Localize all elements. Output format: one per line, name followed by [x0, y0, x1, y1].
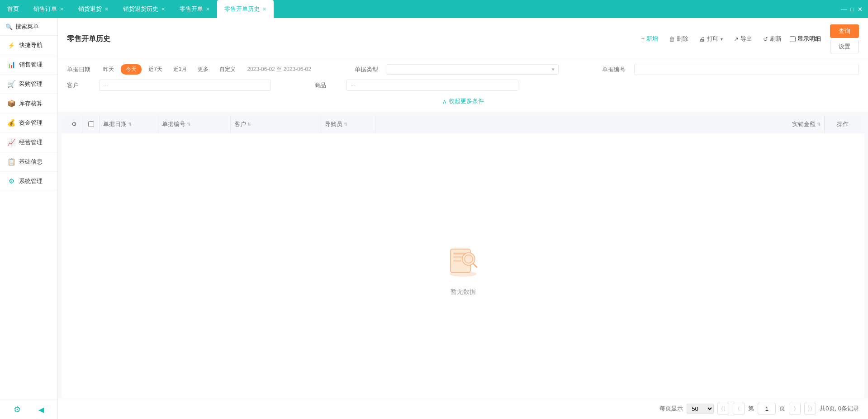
th-guide[interactable]: 导购员 ⇅ [321, 115, 375, 133]
product-select[interactable]: ··· [346, 80, 518, 91]
th-amount[interactable]: 实销金额 ⇅ [375, 115, 825, 133]
tab-close-sales-return-history[interactable]: ✕ [161, 6, 165, 12]
tab-sales-order[interactable]: 销售订单 ✕ [26, 0, 71, 18]
date-quick-buttons: 昨天 今天 近7天 近1月 更多 自定义 [99, 64, 240, 75]
tab-sales-return[interactable]: 销货退货 ✕ [71, 0, 116, 18]
sidebar-item-system[interactable]: ⚙ 系统管理 [0, 172, 57, 191]
toolbar: + 新增 🗑 删除 🖨 打印 ▾ ↗ 导出 [639, 24, 859, 53]
svg-rect-4 [453, 260, 461, 262]
sidebar-item-purchase-mgmt[interactable]: 🛒 采购管理 [0, 75, 57, 94]
tab-close-retail-open-history[interactable]: ✕ [262, 6, 266, 12]
total-info: 共0页, 0条记录 [820, 405, 859, 413]
chart-icon: 📊 [7, 61, 15, 69]
date-btn-more[interactable]: 更多 [194, 64, 213, 75]
top-tabbar: 首页 销售订单 ✕ 销货退货 ✕ 销货退货历史 ✕ 零售开单 ✕ 零售开单历史 … [0, 0, 868, 18]
minimize-btn[interactable]: — [841, 6, 847, 13]
th-settings[interactable]: ⚙ [65, 115, 83, 133]
date-btn-last1month[interactable]: 近1月 [169, 64, 191, 75]
add-button[interactable]: + 新增 [639, 33, 661, 45]
sidebar-item-inventory[interactable]: 📦 库存核算 [0, 94, 57, 113]
table-area: ⚙ 单据日期 ⇅ 单据编号 ⇅ 客户 ⇅ 导购员 [62, 115, 864, 398]
sidebar-search[interactable]: 🔍 搜索菜单 [0, 18, 57, 36]
sidebar-item-basic-info[interactable]: 📋 基础信息 [0, 152, 57, 172]
select-all-checkbox[interactable] [88, 121, 94, 127]
display-detail-checkbox[interactable] [790, 36, 796, 42]
tab-close-retail-open[interactable]: ✕ [206, 6, 210, 12]
sidebar-item-operations[interactable]: 📈 经营管理 [0, 133, 57, 152]
close-btn[interactable]: ✕ [858, 6, 863, 13]
tab-close-sales-return[interactable]: ✕ [104, 6, 109, 12]
th-ops: 操作 [825, 115, 861, 133]
page-title-row: 零售开单历史 + 新增 🗑 删除 🖨 打印 ▾ ↗ [67, 24, 859, 53]
prev-page-btn[interactable]: ⟨ [733, 403, 745, 414]
collapse-sidebar-btn[interactable]: ◀ [38, 405, 44, 414]
date-btn-yesterday[interactable]: 昨天 [99, 64, 118, 75]
sidebar-item-label-operations: 经营管理 [19, 138, 43, 146]
page-size-select[interactable]: 50 10 20 100 [687, 404, 714, 414]
sidebar-item-label-quick-nav: 快捷导航 [19, 41, 43, 49]
doc-type-label: 单据类型 [355, 66, 379, 74]
refresh-button[interactable]: ↺ 刷新 [760, 33, 784, 45]
collapse-row: ∧ 收起更多条件 [67, 95, 859, 108]
sidebar-item-label-finance: 资金管理 [19, 119, 43, 127]
sort-amount-icon: ⇅ [817, 122, 821, 127]
sort-no-icon: ⇅ [187, 122, 190, 127]
sidebar-item-quick-nav[interactable]: ⚡ 快捷导航 [0, 36, 57, 55]
product-label: 商品 [314, 81, 339, 89]
query-button[interactable]: 查询 [830, 24, 859, 38]
content-area: 零售开单历史 + 新增 🗑 删除 🖨 打印 ▾ ↗ [58, 18, 868, 419]
tab-sales-return-history[interactable]: 销货退货历史 ✕ [116, 0, 172, 18]
page-number-input[interactable] [758, 403, 776, 414]
maximize-btn[interactable]: □ [850, 6, 854, 13]
sidebar-item-label-sales-mgmt: 销售管理 [19, 61, 43, 69]
sidebar-item-finance[interactable]: 💰 资金管理 [0, 113, 57, 133]
th-checkbox[interactable] [83, 115, 100, 133]
sidebar-item-label-system: 系统管理 [19, 177, 43, 185]
sidebar: 🔍 搜索菜单 ⚡ 快捷导航 📊 销售管理 🛒 采购管理 📦 库存核算 💰 资金管… [0, 18, 58, 419]
display-detail-toggle[interactable]: 显示明细 [790, 35, 821, 43]
tab-home[interactable]: 首页 [0, 0, 26, 18]
customer-label: 客户 [67, 81, 92, 89]
box-icon: 📦 [7, 99, 15, 108]
page-header: 零售开单历史 + 新增 🗑 删除 🖨 打印 ▾ ↗ [58, 18, 868, 59]
delete-button[interactable]: 🗑 删除 [666, 33, 691, 45]
th-client[interactable]: 客户 ⇅ [231, 115, 321, 133]
pagination: 每页显示 50 10 20 100 ⟨⟨ ⟨ 第 页 ⟩ ⟩⟩ 共0页, 0条记… [58, 398, 868, 419]
th-date[interactable]: 单据日期 ⇅ [100, 115, 158, 133]
empty-illustration [441, 235, 486, 281]
last-page-btn[interactable]: ⟩⟩ [804, 403, 816, 414]
customer-select[interactable]: ··· [99, 80, 271, 91]
sidebar-item-label-inventory: 库存核算 [19, 99, 43, 108]
date-range-display: 2023-06-02 至 2023-06-02 [247, 66, 311, 73]
sidebar-search-label: 搜索菜单 [15, 23, 39, 31]
collapse-up-icon: ∧ [442, 98, 447, 105]
print-chevron-icon: ▾ [721, 37, 723, 42]
svg-line-7 [473, 264, 477, 267]
sort-date-icon: ⇅ [128, 122, 132, 127]
th-no[interactable]: 单据编号 ⇅ [158, 115, 231, 133]
tab-retail-open[interactable]: 零售开单 ✕ [172, 0, 217, 18]
tab-retail-open-history[interactable]: 零售开单历史 ✕ [217, 0, 274, 18]
empty-text: 暂无数据 [451, 288, 476, 296]
export-icon: ↗ [734, 36, 739, 42]
export-button[interactable]: ↗ 导出 [731, 33, 755, 45]
print-button[interactable]: 🖨 打印 ▾ [697, 33, 726, 45]
doc-no-input[interactable] [634, 64, 859, 75]
date-btn-last7[interactable]: 近7天 [144, 64, 166, 75]
trending-icon: 📈 [7, 138, 15, 146]
empty-state: 暂无数据 [62, 133, 864, 398]
doc-type-select[interactable]: ▾ [387, 64, 559, 75]
date-btn-custom[interactable]: 自定义 [215, 64, 240, 75]
collapse-button[interactable]: ∧ 收起更多条件 [442, 97, 484, 105]
tab-close-sales-order[interactable]: ✕ [60, 6, 64, 12]
next-page-btn[interactable]: ⟩ [789, 403, 801, 414]
flash-icon: ⚡ [7, 41, 15, 49]
first-page-btn[interactable]: ⟨⟨ [717, 403, 729, 414]
sidebar-item-sales-mgmt[interactable]: 📊 销售管理 [0, 55, 57, 75]
date-btn-today[interactable]: 今天 [121, 64, 142, 75]
filter-row-date: 单据日期 昨天 今天 近7天 近1月 更多 自定义 2023-06-02 至 2… [67, 64, 859, 75]
search-icon: 🔍 [5, 24, 13, 30]
column-settings-icon[interactable]: ⚙ [71, 121, 77, 127]
settings-button[interactable]: 设置 [830, 40, 859, 53]
settings-icon-bottom[interactable]: ⚙ [14, 405, 21, 414]
